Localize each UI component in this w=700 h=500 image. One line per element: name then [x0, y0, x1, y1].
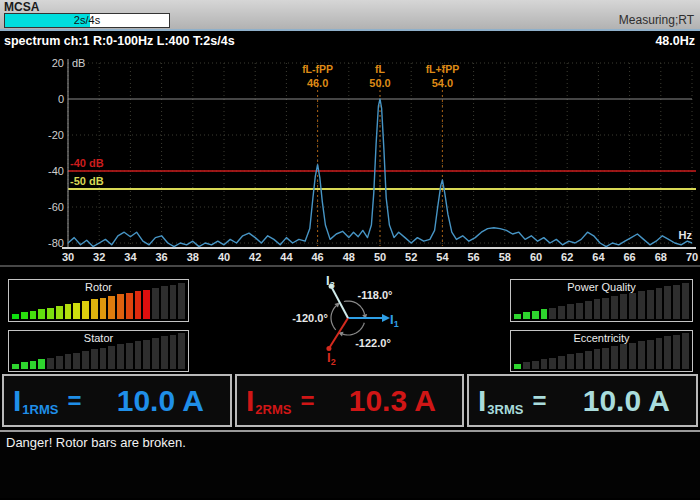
- level-bar: [549, 308, 556, 320]
- spectrum-plot: -40 dB-50 dB3032343638404244464850525456…: [0, 31, 700, 265]
- level-bar: [541, 359, 548, 369]
- spectrum-panel: spectrum ch:1 R:0-100Hz L:400 T:2s/4s 48…: [0, 31, 700, 265]
- y-tick-label: 0: [58, 93, 64, 105]
- level-bar: [12, 364, 19, 369]
- level-bar: [620, 344, 627, 369]
- level-bar: [532, 361, 539, 369]
- phase-angle-label: -120.0°: [292, 312, 328, 324]
- rms-subscript: 1RMS: [22, 402, 58, 417]
- level-bar: [38, 359, 45, 369]
- level-bar: [549, 358, 556, 370]
- level-bar: [567, 304, 574, 319]
- x-tick-label: 56: [467, 251, 479, 263]
- level-bar: [56, 356, 63, 369]
- x-tick-label: 64: [592, 251, 605, 263]
- level-bar: [638, 341, 645, 369]
- rms-subscript: 3RMS: [487, 402, 523, 417]
- x-tick-label: 70: [686, 251, 698, 263]
- phasor-vector-i3: [331, 286, 348, 318]
- level-bar: [73, 303, 80, 319]
- rms-symbol: I: [13, 384, 21, 418]
- y-axis-unit: dB: [72, 57, 85, 69]
- x-tick-label: 62: [561, 251, 573, 263]
- level-bar: [100, 298, 107, 319]
- peak-freq-label: 54.0: [432, 77, 453, 89]
- level-bar: [523, 362, 530, 369]
- level-bar: [65, 304, 72, 319]
- status-text: Measuring;RT: [619, 13, 694, 27]
- level-bar: [567, 354, 574, 369]
- level-bar: [638, 291, 645, 319]
- y-tick-label: -20: [48, 129, 64, 141]
- panel-title: Eccentricity: [511, 332, 692, 344]
- equals-sign: =: [67, 387, 81, 415]
- peak-name-label: fL-fPP: [302, 63, 333, 75]
- x-tick-label: 50: [374, 251, 386, 263]
- level-bar: [611, 296, 618, 319]
- level-bar: [135, 291, 142, 319]
- phase-angle-label: -122.0°: [355, 337, 391, 349]
- rms-symbol: I: [246, 384, 254, 418]
- y-tick-label: -60: [48, 201, 64, 213]
- level-bar: [38, 309, 45, 319]
- level-bar: [541, 309, 548, 319]
- level-bar: [108, 346, 115, 369]
- level-bar: [47, 358, 54, 370]
- level-bar: [143, 290, 150, 320]
- level-bar: [108, 296, 115, 319]
- level-bar: [73, 353, 80, 369]
- phase-angle-label: -118.0°: [358, 289, 393, 301]
- level-bar: [594, 349, 601, 369]
- rms-symbol: I: [478, 384, 486, 418]
- equals-sign: =: [300, 387, 314, 415]
- level-bar: [602, 298, 609, 319]
- rotation-arc: [344, 301, 365, 315]
- i2-rms-readout: I2RMS = 10.3 A: [235, 374, 464, 427]
- x-tick-label: 48: [343, 251, 355, 263]
- power-quality-panel: Power Quality: [510, 279, 693, 322]
- stator-severity-panel: Stator: [8, 330, 189, 372]
- level-bar: [117, 294, 124, 319]
- x-tick-label: 40: [218, 251, 230, 263]
- x-tick-label: 42: [249, 251, 261, 263]
- rms-value: 10.3 A: [349, 384, 436, 418]
- app-title: MCSA: [4, 0, 39, 14]
- level-bar: [47, 308, 54, 320]
- peak-name-label: fL+fPP: [426, 63, 460, 75]
- level-bar: [56, 306, 63, 319]
- current-phasor-diagram: I1I2I3-118.0°-120.0°-122.0°: [190, 267, 510, 374]
- level-bar: [620, 294, 627, 319]
- level-bar: [594, 299, 601, 319]
- x-tick-label: 32: [93, 251, 105, 263]
- level-bar: [647, 290, 654, 320]
- level-bar: [629, 293, 636, 319]
- x-tick-label: 68: [655, 251, 667, 263]
- level-bar: [585, 301, 592, 319]
- level-bar: [82, 351, 89, 369]
- rotation-arc: [331, 306, 336, 330]
- level-bar: [91, 299, 98, 319]
- level-bar: [100, 348, 107, 369]
- level-bar: [576, 303, 583, 319]
- phasor-label-i2: I2: [327, 350, 336, 367]
- level-bar: [523, 312, 530, 319]
- level-bar: [558, 306, 565, 319]
- alarm-message-panel: Danger! Rotor bars are broken.: [0, 430, 700, 498]
- level-bar: [30, 361, 37, 369]
- x-tick-label: 60: [530, 251, 542, 263]
- level-bar: [82, 301, 89, 319]
- rms-subscript: 2RMS: [255, 402, 291, 417]
- x-tick-label: 46: [311, 251, 323, 263]
- level-bar: [585, 351, 592, 369]
- vector-arrowhead: [382, 314, 390, 322]
- title-bar: MCSA 2s/4s Measuring;RT: [0, 0, 700, 31]
- peak-freq-label: 50.0: [369, 77, 390, 89]
- level-bar: [21, 362, 28, 369]
- level-bar: [611, 346, 618, 369]
- x-axis-unit: Hz: [679, 229, 693, 241]
- measurement-progress-bar: 2s/4s: [4, 13, 170, 28]
- alarm-text: Danger! Rotor bars are broken.: [6, 435, 186, 450]
- level-bar: [532, 311, 539, 319]
- x-tick-label: 54: [436, 251, 449, 263]
- rotor-severity-panel: Rotor: [8, 279, 189, 322]
